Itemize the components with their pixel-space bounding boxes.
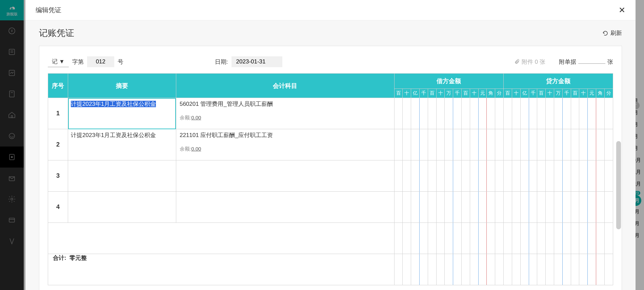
cell-credit-digit[interactable] (537, 192, 546, 223)
cell-credit-digit[interactable] (546, 98, 554, 129)
cell-credit-digit[interactable] (571, 129, 579, 160)
cell-credit-digit[interactable] (596, 160, 605, 192)
cell-credit-digit[interactable] (504, 129, 512, 160)
cell-debit-digit[interactable] (411, 160, 420, 192)
voucher-prefix-select[interactable]: 记 ▼ (48, 56, 69, 67)
cell-debit-digit[interactable] (470, 98, 478, 129)
cell-debit-digit[interactable] (411, 98, 420, 129)
cell-credit-digit[interactable] (579, 129, 588, 160)
cell-debit-digit[interactable] (445, 192, 453, 223)
cell-credit-digit[interactable] (604, 129, 613, 160)
cell-account[interactable]: 560201 管理费用_管理人员职工薪酬余额:0.00 (176, 98, 394, 129)
cell-debit-digit[interactable] (394, 129, 403, 160)
cell-credit-digit[interactable] (562, 129, 571, 160)
cell-debit-digit[interactable] (462, 192, 470, 223)
cell-credit-digit[interactable] (554, 98, 563, 129)
cell-credit-digit[interactable] (588, 160, 596, 192)
cell-credit-digit[interactable] (571, 98, 579, 129)
cell-debit-digit[interactable] (495, 98, 504, 129)
cell-debit-digit[interactable] (394, 160, 403, 192)
cell-debit-digit[interactable] (495, 160, 504, 192)
cell-debit-digit[interactable] (478, 129, 487, 160)
cell-debit-digit[interactable] (462, 160, 470, 192)
cell-credit-digit[interactable] (537, 98, 546, 129)
voucher-date-input[interactable] (232, 56, 282, 67)
voucher-number-input[interactable] (87, 56, 114, 67)
cell-credit-digit[interactable] (579, 98, 588, 129)
cell-debit-digit[interactable] (428, 192, 436, 223)
cell-debit-digit[interactable] (436, 129, 445, 160)
cell-credit-digit[interactable] (546, 129, 554, 160)
cell-debit-digit[interactable] (445, 129, 453, 160)
cell-debit-digit[interactable] (420, 160, 428, 192)
cell-debit-digit[interactable] (403, 160, 411, 192)
cell-summary[interactable] (68, 160, 176, 192)
cell-credit-digit[interactable] (562, 192, 571, 223)
cell-account[interactable] (176, 160, 394, 192)
cell-credit-digit[interactable] (579, 160, 588, 192)
cell-credit-digit[interactable] (504, 192, 512, 223)
cell-credit-digit[interactable] (529, 129, 537, 160)
cell-credit-digit[interactable] (520, 192, 529, 223)
cell-debit-digit[interactable] (453, 192, 462, 223)
cell-debit-digit[interactable] (487, 192, 495, 223)
cell-credit-digit[interactable] (588, 129, 596, 160)
cell-credit-digit[interactable] (579, 192, 588, 223)
close-button[interactable]: ✕ (619, 5, 625, 15)
cell-credit-digit[interactable] (537, 129, 546, 160)
cell-credit-digit[interactable] (554, 160, 563, 192)
cell-debit-digit[interactable] (436, 98, 445, 129)
cell-debit-digit[interactable] (478, 98, 487, 129)
cell-credit-digit[interactable] (571, 192, 579, 223)
cell-credit-digit[interactable] (596, 98, 605, 129)
cell-credit-digit[interactable] (604, 160, 613, 192)
cell-debit-digit[interactable] (420, 98, 428, 129)
cell-credit-digit[interactable] (554, 129, 563, 160)
cell-credit-digit[interactable] (571, 160, 579, 192)
cell-credit-digit[interactable] (604, 192, 613, 223)
cell-debit-digit[interactable] (487, 160, 495, 192)
cell-credit-digit[interactable] (546, 160, 554, 192)
cell-debit-digit[interactable] (453, 129, 462, 160)
cell-credit-digit[interactable] (512, 98, 521, 129)
cell-account[interactable]: 221101 应付职工薪酬_应付职工工资余额:0.00 (176, 129, 394, 160)
cell-debit-digit[interactable] (495, 129, 504, 160)
cell-debit-digit[interactable] (470, 192, 478, 223)
cell-debit-digit[interactable] (394, 98, 403, 129)
cell-debit-digit[interactable] (436, 192, 445, 223)
cell-debit-digit[interactable] (453, 98, 462, 129)
cell-summary[interactable] (68, 192, 176, 223)
cell-debit-digit[interactable] (462, 129, 470, 160)
cell-debit-digit[interactable] (470, 129, 478, 160)
cell-credit-digit[interactable] (529, 160, 537, 192)
cell-summary[interactable]: 计提2023年1月工资及社保公积金 (68, 98, 176, 129)
cell-credit-digit[interactable] (512, 160, 521, 192)
cell-credit-digit[interactable] (588, 192, 596, 223)
cell-debit-digit[interactable] (394, 192, 403, 223)
cell-debit-digit[interactable] (462, 98, 470, 129)
scrollbar[interactable] (616, 141, 621, 229)
cell-debit-digit[interactable] (428, 129, 436, 160)
cell-credit-digit[interactable] (546, 192, 554, 223)
cell-credit-digit[interactable] (562, 160, 571, 192)
cell-credit-digit[interactable] (554, 192, 563, 223)
cell-credit-digit[interactable] (520, 98, 529, 129)
cell-account[interactable] (176, 192, 394, 223)
cell-debit-digit[interactable] (428, 160, 436, 192)
refresh-button[interactable]: 刷新 (602, 29, 622, 37)
cell-credit-digit[interactable] (562, 98, 571, 129)
cell-credit-digit[interactable] (529, 192, 537, 223)
cell-credit-digit[interactable] (504, 98, 512, 129)
cell-credit-digit[interactable] (529, 98, 537, 129)
cell-debit-digit[interactable] (411, 129, 420, 160)
cell-debit-digit[interactable] (420, 129, 428, 160)
cell-credit-digit[interactable] (520, 160, 529, 192)
cell-debit-digit[interactable] (428, 98, 436, 129)
cell-debit-digit[interactable] (453, 160, 462, 192)
cell-debit-digit[interactable] (403, 98, 411, 129)
cell-credit-digit[interactable] (504, 160, 512, 192)
cell-debit-digit[interactable] (495, 192, 504, 223)
cell-credit-digit[interactable] (512, 129, 521, 160)
cell-credit-digit[interactable] (588, 98, 596, 129)
cell-debit-digit[interactable] (487, 129, 495, 160)
